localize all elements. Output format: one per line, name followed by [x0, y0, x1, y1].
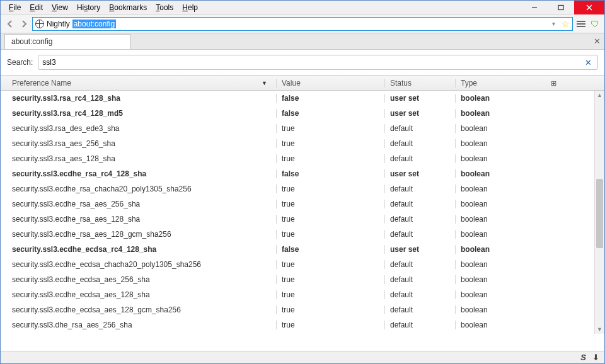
status-cell: default [385, 215, 456, 224]
status-cell: default [385, 230, 456, 239]
pref-name-cell: security.ssl3.ecdhe_ecdsa_aes_256_sha [7, 275, 277, 284]
status-cell: default [385, 154, 456, 163]
value-cell: true [277, 139, 385, 148]
vertical-scrollbar[interactable]: ▲ ▼ [594, 91, 604, 334]
pref-name-cell: security.ssl3.rsa_rc4_128_sha [7, 94, 277, 103]
value-cell: false [277, 109, 385, 118]
tab-title: about:config [11, 37, 52, 46]
column-pref-name[interactable]: Preference Name ▼ [7, 79, 277, 88]
value-cell: false [277, 94, 385, 103]
table-row[interactable]: security.ssl3.ecdhe_ecdsa_aes_128_shatru… [1, 287, 594, 302]
menu-help[interactable]: Help [178, 2, 202, 13]
search-label: Search: [7, 58, 33, 67]
menu-bar: File Edit View History Bookmarks Tools H… [1, 1, 604, 14]
column-type[interactable]: Type ⊞ [456, 79, 565, 88]
value-cell: true [277, 305, 385, 314]
pref-name-cell: security.ssl3.ecdhe_rsa_aes_128_gcm_sha2… [7, 230, 277, 239]
pref-name-cell: security.ssl3.rsa_rc4_128_md5 [7, 109, 277, 118]
value-cell: false [277, 169, 385, 178]
column-value[interactable]: Value [277, 79, 385, 88]
svg-rect-1 [558, 5, 563, 9]
value-cell: false [277, 245, 385, 254]
type-cell: boolean [456, 245, 565, 254]
type-cell: boolean [456, 215, 565, 224]
column-picker-icon[interactable]: ⊞ [551, 79, 560, 88]
back-button[interactable] [4, 18, 16, 30]
tab-about-config[interactable]: about:config [4, 34, 130, 49]
scroll-up-icon[interactable]: ▲ [595, 91, 604, 100]
menu-history[interactable]: History [72, 2, 105, 13]
pref-name-cell: security.ssl3.rsa_aes_256_sha [7, 139, 277, 148]
pref-name-cell: security.ssl3.rsa_des_ede3_sha [7, 124, 277, 133]
table-row[interactable]: security.ssl3.rsa_aes_256_shatruedefault… [1, 136, 594, 151]
column-status[interactable]: Status [385, 79, 456, 88]
menu-bookmarks[interactable]: Bookmarks [105, 2, 151, 13]
value-cell: true [277, 185, 385, 193]
table-row[interactable]: security.ssl3.dhe_rsa_aes_256_shatruedef… [1, 317, 594, 333]
table-row[interactable]: security.ssl3.rsa_rc4_128_shafalseuser s… [1, 91, 594, 106]
status-cell: default [385, 290, 456, 299]
pref-name-cell: security.ssl3.ecdhe_rsa_rc4_128_sha [7, 169, 277, 178]
pref-name-cell: security.ssl3.ecdhe_rsa_chacha20_poly130… [7, 185, 277, 193]
type-cell: boolean [456, 200, 565, 208]
status-cell: user set [385, 109, 456, 118]
window-minimize-button[interactable] [521, 1, 548, 14]
pref-name-cell: security.ssl3.ecdhe_rsa_aes_256_sha [7, 200, 277, 208]
status-cell: default [385, 305, 456, 314]
search-clear-icon[interactable]: ✕ [583, 58, 594, 67]
search-input[interactable] [42, 58, 583, 67]
value-cell: true [277, 230, 385, 239]
table-row[interactable]: security.ssl3.ecdhe_ecdsa_chacha20_poly1… [1, 257, 594, 272]
menu-view[interactable]: View [47, 2, 72, 13]
type-cell: boolean [456, 139, 565, 148]
type-cell: boolean [456, 230, 565, 239]
nav-toolbar: Nightly about:config ▾ ☆ 🛡 [1, 14, 604, 33]
table-row[interactable]: security.ssl3.rsa_des_ede3_shatruedefaul… [1, 121, 594, 136]
value-cell: true [277, 200, 385, 208]
table-row[interactable]: security.ssl3.rsa_aes_128_shatruedefault… [1, 151, 594, 166]
scrollbar-thumb[interactable] [596, 179, 603, 248]
shield-icon[interactable]: 🛡 [589, 18, 601, 30]
table-row[interactable]: security.ssl3.ecdhe_rsa_aes_128_shatrued… [1, 212, 594, 227]
table-row[interactable]: security.ssl3.rsa_rc4_128_md5falseuser s… [1, 106, 594, 121]
table-body: security.ssl3.rsa_rc4_128_shafalseuser s… [1, 91, 594, 333]
status-cell: user set [385, 245, 456, 254]
hamburger-menu-button[interactable] [575, 18, 587, 30]
table-row[interactable]: security.ssl3.ecdhe_rsa_chacha20_poly130… [1, 181, 594, 196]
url-text[interactable]: about:config [72, 20, 116, 28]
value-cell: true [277, 290, 385, 299]
type-cell: boolean [456, 124, 565, 133]
value-cell: true [277, 154, 385, 163]
search-input-container: ✕ [38, 55, 598, 70]
menu-tools[interactable]: Tools [151, 2, 178, 13]
table-row[interactable]: security.ssl3.ecdhe_ecdsa_aes_128_gcm_sh… [1, 302, 594, 317]
bookmark-star-icon[interactable]: ☆ [560, 19, 571, 29]
table-row[interactable]: security.ssl3.ecdhe_rsa_aes_256_shatrued… [1, 196, 594, 212]
status-bar: S ⬇ [1, 351, 604, 363]
menu-edit[interactable]: Edit [25, 2, 47, 13]
tabs-close-icon[interactable]: ✕ [589, 37, 604, 46]
menu-file[interactable]: File [4, 2, 25, 13]
status-download-icon[interactable]: ⬇ [592, 353, 599, 362]
table-row[interactable]: security.ssl3.ecdhe_rsa_rc4_128_shafalse… [1, 166, 594, 181]
forward-button[interactable] [18, 18, 30, 30]
type-cell: boolean [456, 275, 565, 284]
window-close-button[interactable] [574, 1, 604, 14]
table-row[interactable]: security.ssl3.ecdhe_ecdsa_rc4_128_shafal… [1, 242, 594, 257]
status-cell: default [385, 139, 456, 148]
table-header: Preference Name ▼ Value Status Type ⊞ [1, 76, 604, 91]
table-row[interactable]: security.ssl3.ecdhe_rsa_aes_128_gcm_sha2… [1, 227, 594, 242]
url-bar[interactable]: Nightly about:config ▾ ☆ [32, 17, 573, 31]
table-row[interactable]: security.ssl3.ecdhe_ecdsa_aes_256_shatru… [1, 272, 594, 287]
status-cell: default [385, 275, 456, 284]
tab-bar: about:config ✕ [1, 33, 604, 50]
url-dropdown-icon[interactable]: ▾ [550, 20, 558, 27]
status-cell: user set [385, 94, 456, 103]
value-cell: true [277, 124, 385, 133]
window-maximize-button[interactable] [548, 1, 574, 14]
status-s-icon[interactable]: S [580, 353, 586, 362]
value-cell: true [277, 260, 385, 269]
scroll-down-icon[interactable]: ▼ [595, 325, 604, 334]
pref-name-cell: security.ssl3.ecdhe_ecdsa_rc4_128_sha [7, 245, 277, 254]
status-cell: default [385, 124, 456, 133]
